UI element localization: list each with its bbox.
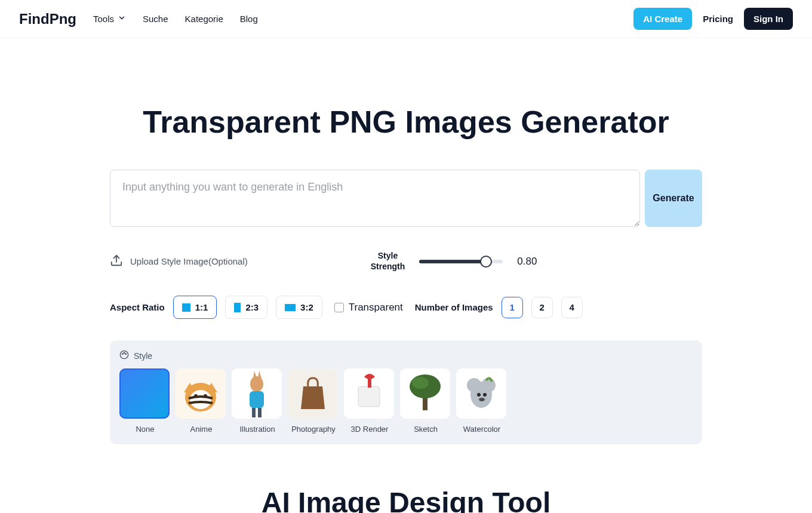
nav-blog[interactable]: Blog: [240, 14, 258, 24]
style-watercolor[interactable]: Watercolor: [456, 368, 508, 434]
header-left: FindPng Tools Suche Kategorie Blog: [19, 11, 258, 27]
svg-rect-13: [252, 408, 256, 417]
svg-point-8: [194, 394, 198, 398]
slider-thumb[interactable]: [480, 256, 492, 268]
style-strength-slider[interactable]: [419, 256, 503, 268]
prompt-input[interactable]: [110, 170, 640, 227]
style-anime[interactable]: Anime: [176, 368, 227, 434]
style-thumb: [400, 368, 450, 419]
style-panel-title: Style: [134, 351, 152, 361]
ai-create-button[interactable]: AI Create: [633, 8, 692, 30]
svg-point-3: [124, 352, 125, 354]
transparent-label: Transparent: [349, 302, 403, 314]
upload-label: Upload Style Image(Optional): [130, 256, 248, 266]
svg-point-2: [122, 354, 124, 355]
nav-tools-label: Tools: [93, 14, 114, 24]
style-thumb: [344, 368, 394, 419]
style-label: 3D Render: [344, 425, 395, 434]
logo[interactable]: FindPng: [19, 11, 76, 27]
aspect-ratio-label: Aspect Ratio: [110, 302, 165, 312]
nav-suche[interactable]: Suche: [143, 14, 168, 24]
checkbox-icon: [334, 303, 344, 312]
style-3d-render[interactable]: 3D Render: [344, 368, 395, 434]
style-strength-value: 0.80: [517, 256, 537, 268]
style-list: None Anime Illustration Photography: [119, 368, 693, 434]
palette-icon: [119, 350, 129, 361]
style-thumb: [288, 368, 338, 419]
ratio-label: 1:1: [195, 302, 208, 312]
style-label: None: [119, 425, 171, 434]
style-sketch[interactable]: Sketch: [400, 368, 451, 434]
aspect-ratio-2-3[interactable]: 2:3: [225, 296, 267, 319]
ratio-label: 3:2: [300, 302, 313, 312]
style-label: Photography: [288, 425, 339, 434]
upload-icon: [110, 254, 123, 269]
style-panel-header: Style: [119, 350, 693, 361]
style-label: Sketch: [400, 425, 451, 434]
svg-rect-14: [258, 408, 262, 417]
style-thumb: [232, 368, 282, 419]
header-right: AI Create Pricing Sign In: [633, 8, 793, 30]
prompt-row: Generate: [110, 170, 702, 227]
svg-point-26: [481, 378, 496, 392]
transparent-checkbox[interactable]: Transparent: [334, 302, 403, 314]
style-strength-label-line2: Strength: [371, 262, 405, 272]
style-thumb: [456, 368, 506, 419]
count-4[interactable]: 4: [561, 297, 583, 318]
count-2[interactable]: 2: [531, 297, 553, 318]
svg-point-4: [125, 354, 127, 355]
style-label: Illustration: [232, 425, 283, 434]
style-thumb: [176, 368, 226, 419]
aspect-ratio-1-1[interactable]: 1:1: [173, 296, 217, 319]
style-photography[interactable]: Photography: [288, 368, 339, 434]
svg-point-28: [483, 393, 487, 397]
pricing-link[interactable]: Pricing: [703, 14, 733, 24]
svg-point-9: [204, 394, 207, 398]
svg-point-27: [477, 393, 481, 397]
chevron-down-icon: [118, 14, 126, 24]
slider-fill: [419, 260, 486, 263]
generate-button[interactable]: Generate: [645, 170, 702, 227]
style-strength-label-line1: Style: [371, 251, 405, 262]
options-row-2: Aspect Ratio 1:1 2:3 3:2 Transparent Num…: [110, 296, 702, 319]
ratio-label: 2:3: [245, 302, 259, 312]
nav-tools[interactable]: Tools: [93, 14, 126, 24]
svg-point-22: [412, 377, 429, 389]
style-panel: Style None Anime Illustration: [110, 340, 702, 444]
ratio-swatch-icon: [182, 303, 190, 312]
upload-style-image[interactable]: Upload Style Image(Optional): [110, 254, 248, 269]
header: FindPng Tools Suche Kategorie Blog AI Cr…: [0, 0, 812, 38]
svg-point-29: [479, 398, 485, 401]
count-1[interactable]: 1: [502, 297, 523, 318]
svg-rect-17: [358, 386, 380, 407]
svg-point-7: [190, 390, 211, 409]
options-row-1: Upload Style Image(Optional) Style Stren…: [110, 251, 702, 272]
style-none[interactable]: None: [119, 368, 171, 434]
section-title: AI Image Design Tool: [110, 486, 702, 513]
style-illustration[interactable]: Illustration: [232, 368, 283, 434]
number-images-label: Number of Images: [415, 302, 493, 312]
svg-rect-12: [250, 391, 264, 408]
style-label: Anime: [176, 425, 227, 434]
svg-point-25: [467, 378, 481, 392]
page-title: Transparent PNG Images Generator: [110, 104, 702, 140]
style-label: Watercolor: [456, 425, 508, 434]
aspect-ratio-3-2[interactable]: 3:2: [276, 296, 322, 319]
sign-in-button[interactable]: Sign In: [744, 8, 793, 30]
style-thumb: [119, 368, 170, 419]
style-strength-label: Style Strength: [371, 251, 405, 272]
ratio-swatch-icon: [234, 303, 241, 312]
ratio-swatch-icon: [285, 304, 296, 311]
nav-kategorie[interactable]: Kategorie: [185, 14, 223, 24]
svg-point-11: [250, 376, 263, 392]
